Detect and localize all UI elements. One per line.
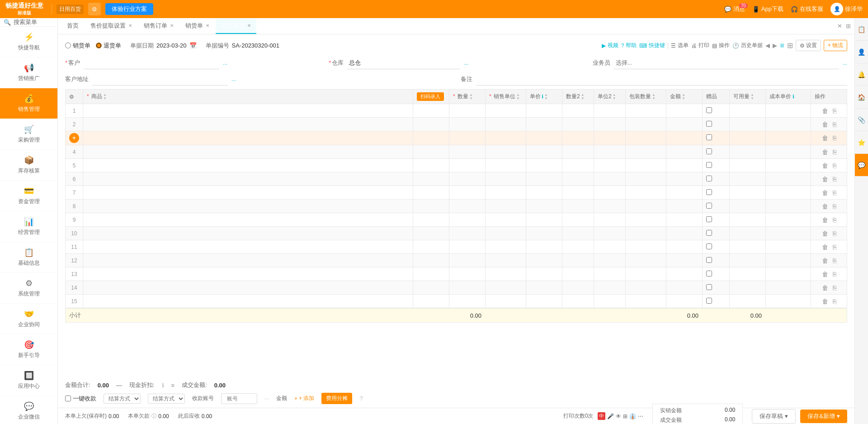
product-cell-12[interactable]: [83, 254, 413, 267]
unit-price-cell-14[interactable]: [526, 281, 562, 295]
product-cell-6[interactable]: [83, 172, 413, 186]
pack-qty-cell-15[interactable]: [626, 295, 666, 308]
unit-price-cell-15[interactable]: [526, 295, 562, 308]
logistics-button[interactable]: + 物流: [824, 40, 847, 51]
qty-cell-9[interactable]: [449, 213, 486, 227]
amount-cell-13[interactable]: [666, 267, 703, 281]
gift-cell-14[interactable]: [703, 281, 730, 295]
amount-cell-10[interactable]: [666, 227, 703, 240]
close-sales-delivery-tab[interactable]: ✕: [206, 23, 209, 28]
copy-row-btn-9[interactable]: ⎘: [832, 215, 837, 224]
pack-qty-cell-4[interactable]: [626, 145, 666, 159]
address-more-btn[interactable]: ...: [231, 76, 236, 82]
qty-cell-1[interactable]: [449, 104, 486, 118]
qty-cell-15[interactable]: [449, 295, 486, 308]
sales-unit-cell-1[interactable]: [486, 104, 526, 118]
copy-row-btn-1[interactable]: ⎘: [832, 106, 837, 115]
amount-cell-1[interactable]: [666, 104, 703, 118]
sales-unit-cell-11[interactable]: [486, 240, 526, 254]
add-button[interactable]: + + 添加: [294, 395, 314, 402]
unit-price-cell-1[interactable]: [526, 104, 562, 118]
customer-more-btn[interactable]: ...: [223, 60, 227, 66]
unit2-cell-15[interactable]: [594, 295, 626, 308]
product-input-12[interactable]: [87, 257, 409, 264]
product-cell-11[interactable]: [83, 240, 413, 254]
available-cell-14[interactable]: [730, 281, 766, 295]
pack-qty-cell-14[interactable]: [626, 281, 666, 295]
qty2-cell-13[interactable]: [562, 267, 594, 281]
copy-row-btn-3[interactable]: ⎘: [832, 133, 837, 143]
unit2-cell-14[interactable]: [594, 281, 626, 295]
history-btn[interactable]: 🕐 历史单据: [732, 42, 763, 49]
nav-prev-btn[interactable]: ◀: [765, 42, 770, 49]
gift-cell-5[interactable]: [703, 159, 730, 172]
one-click-pay-check[interactable]: 一键收款: [65, 395, 96, 403]
settlement-method-select[interactable]: 结算方式: [104, 394, 141, 404]
product-input-8[interactable]: [87, 203, 409, 210]
product-cell-3[interactable]: [83, 131, 413, 145]
select-btn[interactable]: ☰ 选单: [671, 42, 689, 49]
product-input-11[interactable]: [87, 244, 409, 250]
available-cell-13[interactable]: [730, 267, 766, 281]
sales-unit-cell-14[interactable]: [486, 281, 526, 295]
copy-row-btn-12[interactable]: ⎘: [832, 256, 837, 265]
qty-cell-4[interactable]: [449, 145, 486, 159]
trial-button[interactable]: 体验行业方案: [105, 3, 153, 15]
qty2-cell-3[interactable]: [562, 131, 594, 145]
product-input-5[interactable]: [87, 162, 409, 169]
unit2-cell-1[interactable]: [594, 104, 626, 118]
sales-unit-cell-4[interactable]: [486, 145, 526, 159]
address-input[interactable]: [92, 73, 228, 86]
unit-price-cell-8[interactable]: [526, 200, 562, 213]
sales-unit-cell-9[interactable]: [486, 213, 526, 227]
delete-row-btn-13[interactable]: 🗑: [821, 270, 829, 279]
cost-price-cell-10[interactable]: [766, 227, 811, 240]
available-cell-12[interactable]: [730, 254, 766, 267]
product-input-4[interactable]: [87, 149, 409, 155]
eye-icon[interactable]: 👁: [616, 413, 621, 419]
sales-unit-cell-13[interactable]: [486, 267, 526, 281]
print-btn[interactable]: 🖨 打印: [691, 42, 709, 49]
sales-unit-cell-8[interactable]: [486, 200, 526, 213]
copy-row-btn-2[interactable]: ⎘: [832, 120, 837, 129]
receipt-no-input[interactable]: [221, 393, 257, 404]
sidebar-item-shortcut[interactable]: ⚡ 快捷导航: [0, 27, 57, 57]
col-settings[interactable]: ⚙: [66, 90, 83, 104]
available-cell-3[interactable]: [730, 131, 766, 145]
settings-icon[interactable]: ⚙: [69, 94, 74, 100]
unit2-cell-10[interactable]: [594, 227, 626, 240]
right-panel-btn-3[interactable]: 🔔: [855, 63, 868, 86]
delete-row-btn-6[interactable]: 🗑: [821, 175, 829, 184]
qty-cell-10[interactable]: [449, 227, 486, 240]
qty2-cell-4[interactable]: [562, 145, 594, 159]
cost-price-cell-15[interactable]: [766, 295, 811, 308]
gift-cell-9[interactable]: [703, 213, 730, 227]
maximize-close-button[interactable]: ✕: [837, 23, 842, 29]
pack-qty-cell-11[interactable]: [626, 240, 666, 254]
available-cell-10[interactable]: [730, 227, 766, 240]
delete-row-btn-15[interactable]: 🗑: [821, 297, 829, 306]
cost-price-cell-7[interactable]: [766, 186, 811, 200]
gift-cell-1[interactable]: [703, 104, 730, 118]
cost-price-cell-13[interactable]: [766, 267, 811, 281]
qty-cell-13[interactable]: [449, 267, 486, 281]
scan-button[interactable]: 扫码录入: [417, 92, 444, 101]
close-sales-return-tab[interactable]: ✕: [247, 23, 251, 28]
sidebar-item-system[interactable]: ⚙ 系统管理: [0, 273, 57, 304]
cost-price-cell-9[interactable]: [766, 213, 811, 227]
radio-return[interactable]: 退货单: [96, 42, 121, 50]
unit2-cell-11[interactable]: [594, 240, 626, 254]
unit-price-cell-2[interactable]: [526, 118, 562, 131]
qty2-cell-6[interactable]: [562, 172, 594, 186]
cost-price-cell-4[interactable]: [766, 145, 811, 159]
sidebar-item-purchase[interactable]: 🛒 采购管理: [0, 119, 57, 150]
available-cell-9[interactable]: [730, 213, 766, 227]
sidebar-item-wechat[interactable]: 💬 企业微信: [0, 396, 57, 424]
unit-price-cell-6[interactable]: [526, 172, 562, 186]
right-panel-btn-2[interactable]: 👤: [855, 41, 868, 63]
delete-row-btn-8[interactable]: 🗑: [821, 202, 829, 211]
sidebar-item-sales[interactable]: 💰 销售管理: [0, 88, 57, 119]
sales-unit-cell-12[interactable]: [486, 254, 526, 267]
delete-row-btn-11[interactable]: 🗑: [821, 243, 829, 252]
nav-next-btn[interactable]: ▶: [773, 42, 777, 49]
